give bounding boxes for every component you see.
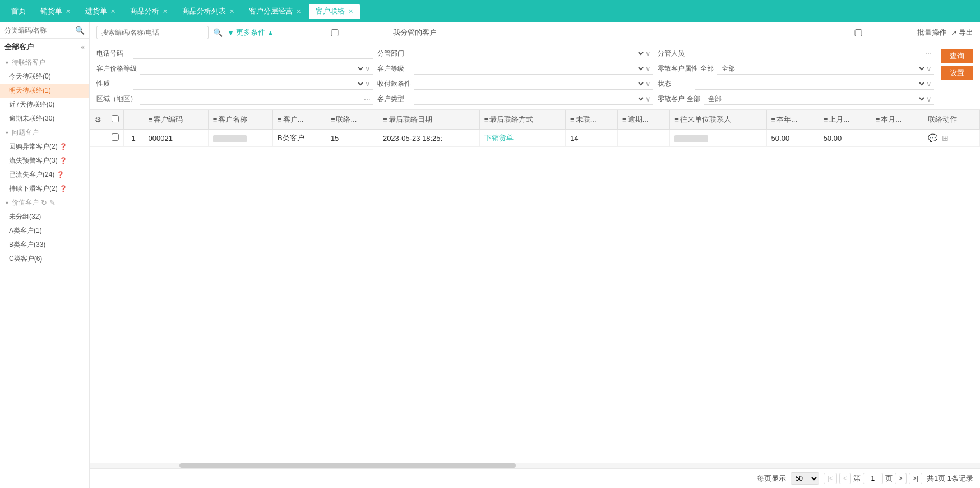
th-this-year-label: 本年...: [776, 114, 797, 125]
nav-customer-contact-close[interactable]: ✕: [348, 8, 353, 15]
row-name-blurred: [213, 135, 247, 142]
sidebar-item-today[interactable]: 今天待联络(0): [0, 70, 89, 84]
nav-product-list[interactable]: 商品分析列表 ✕: [175, 4, 241, 19]
filter-dept-select[interactable]: [417, 49, 646, 58]
nav-sales-close[interactable]: ✕: [66, 8, 71, 15]
nav-purchase-close[interactable]: ✕: [110, 8, 115, 15]
horizontal-scrollbar[interactable]: [90, 463, 980, 468]
filter-more-btn[interactable]: ▼ 更多条件 ▲: [227, 27, 274, 38]
filter-retail-attr-select[interactable]: 全部: [719, 64, 926, 73]
page-next-btn[interactable]: >: [895, 473, 907, 484]
sidebar-item-a-class[interactable]: A类客户(1): [0, 224, 89, 238]
batch-operations-btn[interactable]: 批量操作: [802, 27, 946, 38]
row-last-date: 2023-05-23 18:25:: [383, 134, 442, 142]
nav-sales[interactable]: 销货单 ✕: [34, 4, 77, 19]
filter-region-input[interactable]: [142, 95, 364, 103]
batch-checkbox[interactable]: [802, 29, 914, 36]
th-type-sort[interactable]: ≡: [278, 116, 282, 124]
th-last-month: ≡上月...: [819, 110, 871, 130]
total-records: 共1页 1条记录: [927, 473, 973, 484]
row-action-grid-icon[interactable]: ⊞: [942, 133, 949, 142]
page-last-btn[interactable]: >|: [909, 473, 922, 484]
filter-customer-type: 客户类型 ∨: [377, 93, 654, 105]
page-prev-btn[interactable]: <: [839, 473, 851, 484]
th-last-method-sort[interactable]: ≡: [484, 116, 489, 124]
nav-customer-layered[interactable]: 客户分层经营 ✕: [242, 4, 308, 19]
sidebar-search-icon[interactable]: 🔍: [75, 26, 85, 35]
page-first-btn[interactable]: |<: [824, 473, 837, 484]
filter-retail-select[interactable]: 全部: [706, 94, 926, 103]
nav-purchase[interactable]: 进货单 ✕: [78, 4, 122, 19]
filter-phone-input[interactable]: [136, 49, 371, 57]
filter-region-dots[interactable]: ···: [364, 94, 371, 103]
per-page-select[interactable]: 50 100 200: [791, 472, 819, 485]
th-code-sort[interactable]: ≡: [149, 116, 153, 124]
nav-product-analysis[interactable]: 商品分析 ✕: [123, 4, 174, 19]
gear-icon[interactable]: ⚙: [95, 116, 101, 124]
filter-customer-level-select[interactable]: [417, 64, 646, 73]
export-btn[interactable]: ↗ 导出: [951, 27, 973, 38]
nav-purchase-label: 进货单: [85, 6, 107, 16]
scrollbar-thumb[interactable]: [179, 463, 516, 468]
sidebar-item-b-class[interactable]: B类客户(33): [0, 238, 89, 252]
th-not-linked-sort[interactable]: ≡: [570, 116, 575, 124]
filter-region-wrapper: ···: [140, 93, 373, 105]
search-input[interactable]: [96, 26, 209, 39]
th-contact-sort[interactable]: ≡: [331, 116, 335, 124]
sidebar-item-c-class[interactable]: C类客户(6): [0, 252, 89, 266]
th-unit-contact-sort[interactable]: ≡: [674, 116, 679, 124]
filter-price-level: 客户价格等级 ∨: [96, 63, 373, 75]
th-this-month: ≡本月...: [871, 110, 923, 130]
sidebar-item-ungrouped[interactable]: 未分组(32): [0, 210, 89, 224]
nav-product-list-close[interactable]: ✕: [229, 8, 234, 15]
settings-button[interactable]: 设置: [941, 66, 973, 80]
sidebar-all-customers[interactable]: 全部客户 «: [0, 39, 89, 56]
filter-more-label: 更多条件: [236, 27, 265, 38]
filter-customer-type-select[interactable]: [417, 94, 646, 103]
filter-nature-label: 性质: [96, 79, 130, 89]
nav-product-analysis-label: 商品分析: [130, 6, 159, 16]
row-action-chat-icon[interactable]: 💬: [928, 133, 937, 142]
nav-home[interactable]: 首页: [4, 4, 33, 19]
th-name-sort[interactable]: ≡: [213, 116, 218, 124]
sidebar-edit-icon[interactable]: ✎: [49, 199, 56, 207]
nav-customer-contact[interactable]: 客户联络 ✕: [309, 4, 360, 19]
filter-payment-select[interactable]: [417, 79, 646, 88]
sidebar-item-churn-warning[interactable]: 流失预警客户(3) ❓: [0, 154, 89, 168]
th-last-month-sort[interactable]: ≡: [824, 116, 828, 124]
sidebar-item-repurchase-abnormal[interactable]: 回购异常客户(2) ❓: [0, 140, 89, 154]
th-this-month-sort[interactable]: ≡: [876, 116, 880, 124]
query-button[interactable]: 查询: [941, 49, 973, 63]
sidebar-item-overdue[interactable]: 逾期未联络(30): [0, 112, 89, 126]
filter-nature-wrapper: ∨: [133, 78, 373, 90]
search-icon-btn[interactable]: 🔍: [213, 28, 223, 37]
filter-manager-dots[interactable]: ···: [925, 49, 932, 58]
sidebar-item-tomorrow[interactable]: 明天待联络(1): [0, 84, 89, 98]
nav-product-analysis-close[interactable]: ✕: [163, 8, 168, 15]
row-gear-cell: [90, 130, 107, 147]
nav-home-label: 首页: [11, 6, 26, 16]
nav-customer-layered-close[interactable]: ✕: [296, 8, 301, 15]
filter-customer-level-wrapper: ∨: [414, 63, 654, 75]
filter-manager-input[interactable]: [697, 49, 925, 57]
filter-retail-label: 零散客户 全部: [658, 94, 700, 104]
nav-customer-contact-label: 客户联络: [316, 6, 345, 16]
sidebar-item-churned[interactable]: 已流失客户(24) ❓: [0, 168, 89, 182]
row-checkbox[interactable]: [112, 133, 119, 141]
filter-price-level-select[interactable]: [142, 64, 365, 73]
filter-status-select[interactable]: [697, 79, 926, 88]
select-all-checkbox[interactable]: [112, 115, 119, 122]
th-this-year-sort[interactable]: ≡: [771, 116, 776, 124]
row-num-cell: 1: [123, 130, 144, 147]
page-input[interactable]: [863, 473, 883, 484]
th-overdue-sort[interactable]: ≡: [622, 116, 627, 124]
th-last-date-sort[interactable]: ≡: [383, 116, 387, 124]
my-customers-checkbox[interactable]: [279, 29, 391, 36]
sidebar-search-input[interactable]: [4, 26, 75, 34]
sidebar-item-7days[interactable]: 近7天待联络(0): [0, 98, 89, 112]
row-last-method[interactable]: 下销货单: [484, 133, 514, 142]
sidebar-item-declining[interactable]: 持续下滑客户(2) ❓: [0, 182, 89, 196]
sidebar-refresh-icon[interactable]: ↻: [41, 199, 47, 207]
th-last-date: ≡最后联络日期: [378, 110, 479, 130]
filter-nature-select[interactable]: [136, 79, 365, 88]
